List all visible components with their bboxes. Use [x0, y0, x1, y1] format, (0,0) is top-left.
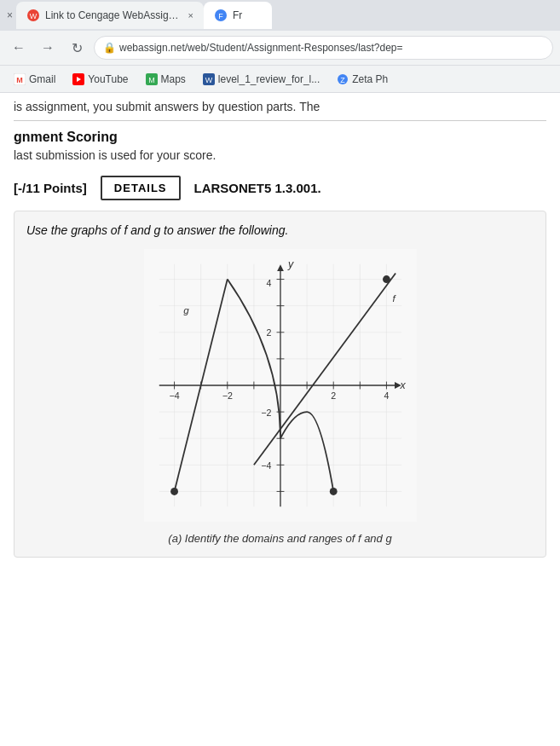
- tab-webassign[interactable]: W Link to Cengage WebAssign MA ×: [16, 2, 204, 29]
- svg-point-62: [383, 275, 390, 283]
- details-button[interactable]: DETAILS: [101, 176, 181, 200]
- svg-text:M: M: [148, 76, 155, 84]
- bookmarks-bar: M Gmail YouTube M Maps W level: [0, 65, 560, 92]
- math-graph: y x −4 −2 2 4 4 2 −2 −4: [144, 249, 417, 522]
- bookmark-gmail-label: Gmail: [29, 73, 55, 85]
- problem-header: [-/11 Points] DETAILS LARSONET5 1.3.001.: [14, 176, 546, 200]
- intro-text: is assignment, you submit answers by que…: [14, 93, 546, 121]
- url-bar[interactable]: 🔒 webassign.net/web/Student/Assignment-R…: [94, 36, 553, 60]
- svg-text:W: W: [205, 76, 213, 84]
- bookmark-zeta[interactable]: Z Zeta Ph: [330, 72, 395, 87]
- reload-button[interactable]: ↻: [65, 36, 89, 60]
- gmail-icon: M: [14, 73, 26, 85]
- back-button[interactable]: ←: [7, 36, 31, 60]
- graph-caption: (a) Identify the domains and ranges of f…: [26, 532, 534, 545]
- browser-chrome: × W Link to Cengage WebAssign MA × F Fr: [0, 0, 560, 93]
- tab-favicon-active: F: [214, 9, 228, 22]
- problem-id: LARSONET5 1.3.001.: [194, 181, 321, 195]
- zeta-icon: Z: [337, 73, 349, 85]
- bookmark-youtube-label: YouTube: [88, 73, 128, 85]
- svg-text:4: 4: [266, 278, 271, 288]
- svg-text:g: g: [183, 305, 189, 315]
- bookmark-maps-label: Maps: [161, 73, 186, 85]
- svg-text:y: y: [286, 258, 293, 270]
- bookmark-level1-label: level_1_review_for_l...: [218, 73, 320, 85]
- tab-close-btn[interactable]: ×: [7, 9, 13, 21]
- word-icon: W: [203, 73, 215, 85]
- points-label: [-/11 Points]: [14, 181, 87, 195]
- scoring-title: gnment Scoring: [14, 130, 546, 145]
- url-text: webassign.net/web/Student/Assignment-Res…: [119, 42, 544, 54]
- tab-title-webassign: Link to Cengage WebAssign MA: [45, 9, 183, 21]
- bookmark-zeta-label: Zeta Ph: [352, 73, 388, 85]
- svg-text:−2: −2: [222, 390, 232, 401]
- scoring-desc: last submission is used for your score.: [14, 148, 546, 162]
- graph-container: y x −4 −2 2 4 4 2 −2 −4: [26, 249, 534, 522]
- svg-text:W: W: [30, 12, 38, 20]
- svg-text:M: M: [16, 76, 23, 84]
- svg-text:F: F: [218, 12, 223, 20]
- tab-bar: × W Link to Cengage WebAssign MA × F Fr: [0, 0, 560, 31]
- page-content: is assignment, you submit answers by que…: [0, 93, 560, 746]
- maps-icon: M: [146, 73, 158, 85]
- svg-text:2: 2: [266, 327, 271, 338]
- lock-icon: 🔒: [103, 42, 116, 54]
- scoring-section: gnment Scoring last submission is used f…: [14, 130, 546, 162]
- bookmark-maps[interactable]: M Maps: [139, 72, 193, 87]
- svg-text:−4: −4: [261, 460, 271, 471]
- svg-point-65: [170, 488, 178, 495]
- bookmark-level1[interactable]: W level_1_review_for_l...: [196, 72, 326, 87]
- svg-text:−2: −2: [261, 408, 271, 418]
- problem-statement: Use the graphs of f and g to answer the …: [26, 223, 534, 237]
- svg-text:x: x: [399, 379, 406, 391]
- tab-favicon-webassign: W: [26, 9, 40, 22]
- tab-title-active: Fr: [233, 9, 262, 21]
- tab-active[interactable]: F Fr: [204, 2, 272, 29]
- svg-text:Z: Z: [341, 76, 346, 84]
- problem-box: Use the graphs of f and g to answer the …: [14, 211, 546, 558]
- svg-text:−4: −4: [169, 390, 179, 401]
- svg-text:2: 2: [331, 390, 336, 401]
- tab-close-webassign[interactable]: ×: [188, 10, 193, 20]
- forward-button[interactable]: →: [36, 36, 60, 60]
- address-bar: ← → ↻ 🔒 webassign.net/web/Student/Assign…: [0, 31, 560, 65]
- bookmark-youtube[interactable]: YouTube: [66, 72, 135, 87]
- svg-point-66: [329, 488, 337, 495]
- bookmark-gmail[interactable]: M Gmail: [7, 72, 62, 87]
- svg-text:4: 4: [384, 390, 389, 401]
- youtube-icon: [72, 73, 84, 85]
